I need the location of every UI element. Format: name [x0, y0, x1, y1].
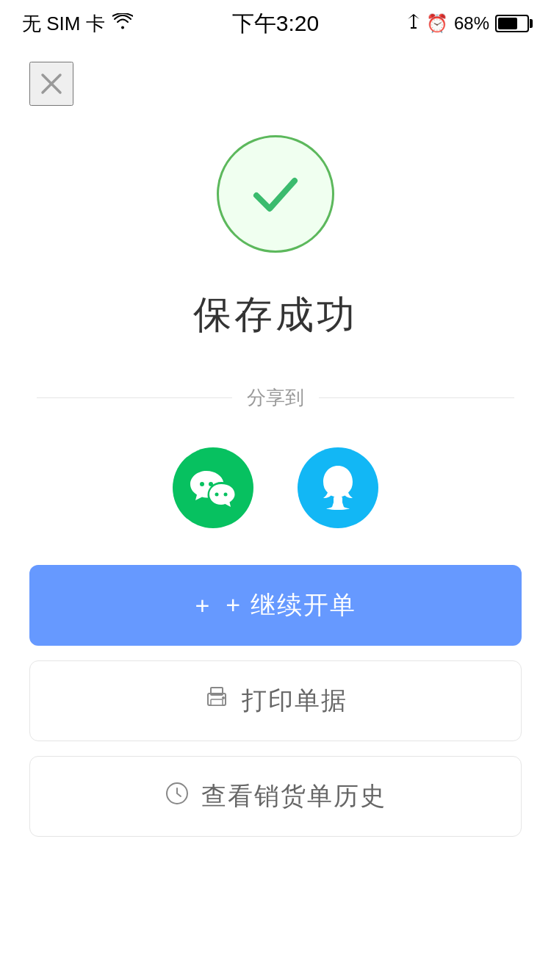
svg-rect-6 [334, 497, 342, 504]
status-time: 下午3:20 [232, 9, 319, 39]
battery-icon [495, 15, 529, 32]
share-wechat-button[interactable] [173, 447, 253, 528]
continue-icon: + [195, 591, 211, 620]
history-button[interactable]: 查看销货单历史 [29, 756, 522, 837]
success-title: 保存成功 [193, 289, 358, 341]
action-buttons: + + 继续开单 打印单据 查看销货单历 [0, 565, 551, 837]
history-label: 查看销货单历史 [201, 779, 386, 813]
history-icon [165, 781, 190, 812]
svg-point-5 [224, 493, 228, 497]
divider-left [37, 397, 232, 398]
continue-label: + 继续开单 [226, 588, 356, 622]
location-icon [407, 13, 420, 34]
svg-point-2 [200, 482, 204, 486]
share-qq-button[interactable] [298, 447, 378, 528]
print-button[interactable]: 打印单据 [29, 660, 522, 741]
close-button[interactable] [29, 62, 73, 106]
qq-icon [316, 463, 360, 513]
status-bar: 无 SIM 卡 下午3:20 ⏰ 68% [0, 0, 551, 47]
share-divider: 分享到 [37, 385, 514, 411]
print-label: 打印单据 [242, 684, 347, 718]
checkmark-icon [246, 165, 305, 223]
continue-button[interactable]: + + 继续开单 [29, 565, 522, 646]
no-sim-label: 无 SIM 卡 [22, 11, 105, 37]
share-section: 分享到 [0, 385, 551, 528]
wifi-icon [112, 13, 133, 34]
svg-rect-9 [211, 699, 223, 705]
success-circle [217, 135, 334, 253]
main-content: 保存成功 分享到 [0, 47, 551, 837]
alarm-icon: ⏰ [426, 13, 448, 34]
share-label: 分享到 [247, 385, 304, 411]
share-icons [37, 447, 514, 528]
divider-right [319, 397, 514, 398]
battery-percent: 68% [454, 13, 489, 34]
status-right: ⏰ 68% [407, 13, 529, 34]
status-left: 无 SIM 卡 [22, 11, 133, 37]
wechat-icon [189, 468, 237, 508]
print-icon [204, 686, 230, 716]
close-icon [38, 71, 65, 97]
svg-point-3 [209, 482, 213, 486]
svg-point-10 [222, 696, 225, 699]
svg-point-4 [215, 493, 219, 497]
